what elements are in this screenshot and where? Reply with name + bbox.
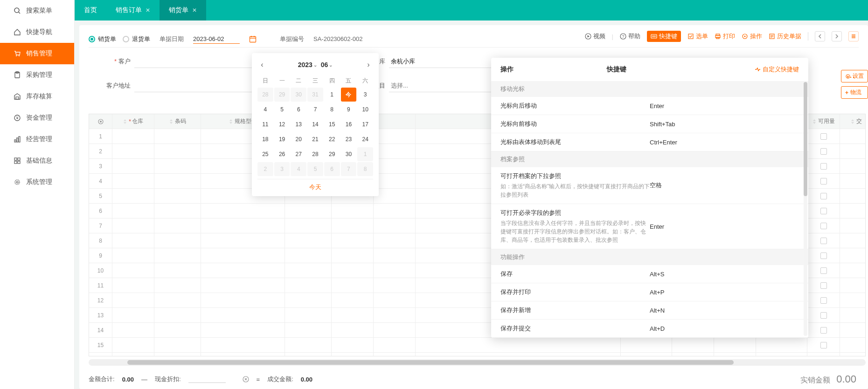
grid-cell[interactable] [374,308,416,323]
grid-cell[interactable] [112,129,154,144]
grid-cell[interactable] [112,248,154,263]
cal-day[interactable]: 6 [291,102,306,116]
gift-checkbox[interactable] [820,312,827,319]
cal-day[interactable]: 30 [291,88,306,102]
grid-cell-gift[interactable] [807,159,840,174]
cal-day[interactable]: 5 [307,162,323,176]
cal-day[interactable]: 4 [291,162,306,176]
sidebar-item-1[interactable]: 快捷导航 [0,21,74,43]
tab-2[interactable]: 销货单✕ [160,0,206,20]
tab-1[interactable]: 销售订单✕ [106,0,160,20]
grid-cell[interactable] [154,159,201,174]
help-button[interactable]: ? 帮助 [620,32,640,41]
gift-checkbox[interactable] [820,178,827,184]
cal-day[interactable]: 16 [341,117,357,131]
history-button[interactable]: 历史单据 [769,32,801,41]
cal-next-icon[interactable]: › [364,61,373,69]
sidebar-item-8[interactable]: 系统管理 [0,171,74,193]
grid-cell[interactable] [201,353,285,356]
grid-cell[interactable] [154,263,201,278]
cal-day[interactable]: 20 [291,132,306,146]
grid-cell[interactable] [332,308,374,323]
calendar-icon[interactable] [249,35,257,43]
grid-cell-available[interactable] [840,144,866,159]
cal-day[interactable]: 今 [341,88,357,102]
cal-day[interactable]: 8 [357,162,373,176]
grid-cell[interactable] [201,263,285,278]
hotkey-button[interactable]: 快捷键 [647,31,681,42]
grid-cell[interactable] [374,338,416,353]
grid-more-icon[interactable]: ⋯ [847,72,855,82]
grid-cell-gift[interactable] [807,323,840,338]
cal-day[interactable]: 2 [257,162,273,176]
grid-cell[interactable] [201,293,285,308]
grid-cell[interactable] [154,233,201,248]
cal-today-button[interactable]: 今天 [257,179,373,193]
cal-day[interactable]: 1 [324,88,340,102]
grid-cell[interactable] [201,323,285,338]
grid-cell[interactable] [154,218,201,233]
cal-day[interactable]: 7 [341,162,357,176]
grid-cell-available[interactable] [840,338,866,353]
grid-cell-available[interactable] [840,308,866,323]
tab-0[interactable]: 首页 [75,0,106,20]
cal-day[interactable]: 25 [257,147,273,161]
sidebar-item-2[interactable]: 销售管理 [0,43,74,64]
grid-cell[interactable] [201,248,285,263]
grid-cell[interactable] [112,293,154,308]
grid-cell[interactable] [154,129,201,144]
grid-cell[interactable] [201,308,285,323]
grid-cell[interactable] [154,144,201,159]
cal-day[interactable]: 10 [357,102,373,116]
grid-cell[interactable] [374,263,416,278]
grid-hscroll-thumb[interactable] [127,360,733,365]
grid-cell[interactable] [154,189,201,204]
history-next-button[interactable] [832,31,842,41]
grid-cell[interactable] [154,353,201,356]
gift-checkbox[interactable] [820,297,827,304]
grid-cell[interactable] [374,233,416,248]
grid-cell[interactable] [201,204,285,218]
grid-cell[interactable] [285,233,332,248]
cal-day[interactable]: 19 [274,132,290,146]
grid-cell[interactable] [374,159,416,174]
print-button[interactable]: 打印 [715,32,735,41]
grid-cell-gift[interactable] [807,308,840,323]
grid-cell-gift[interactable] [807,218,840,233]
gift-checkbox[interactable] [820,267,827,274]
doctype-radio-1[interactable]: 退货单 [123,35,150,43]
grid-cell[interactable] [374,248,416,263]
grid-cell[interactable] [374,353,416,356]
grid-cell-gift[interactable] [807,353,840,356]
cal-day[interactable]: 22 [324,132,340,146]
address-input[interactable] [134,79,256,92]
cal-day[interactable]: 3 [274,162,290,176]
gift-checkbox[interactable] [820,238,827,244]
grid-cell[interactable] [285,248,332,263]
grid-cell[interactable] [112,159,154,174]
grid-cell[interactable] [332,263,374,278]
grid-cell-available[interactable] [840,323,866,338]
shortcut-scroll[interactable]: 移动光标光标向后移动Enter光标向前移动Shift+Tab光标由表体移动到表尾… [491,81,808,338]
grid-cell[interactable] [332,278,374,293]
cal-day[interactable]: 8 [324,102,340,116]
logistics-button[interactable]: + 物流 [841,86,868,99]
grid-cell[interactable] [672,338,714,353]
cal-day[interactable]: 28 [257,88,273,102]
grid-cell[interactable] [332,248,374,263]
grid-cell[interactable] [332,204,374,218]
cal-prev-icon[interactable]: ‹ [257,61,267,69]
grid-cell[interactable] [621,338,672,353]
grid-cell[interactable] [416,338,621,353]
cal-day[interactable]: 31 [307,88,323,102]
grid-cell-available[interactable] [840,159,866,174]
grid-cell[interactable] [374,218,416,233]
grid-cell[interactable] [374,293,416,308]
grid-cell[interactable] [332,338,374,353]
grid-cell[interactable] [154,308,201,323]
grid-cell-gift[interactable] [807,338,840,353]
grid-cell[interactable] [201,233,285,248]
gift-checkbox[interactable] [820,342,827,348]
grid-cell[interactable] [285,278,332,293]
grid-cell[interactable] [154,248,201,263]
